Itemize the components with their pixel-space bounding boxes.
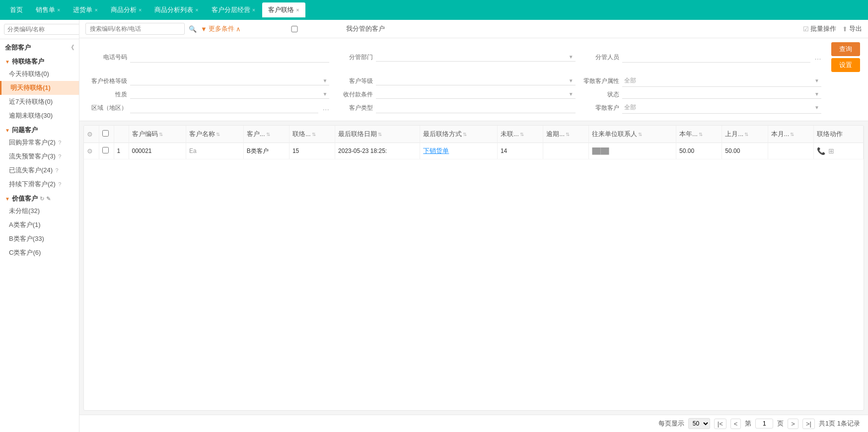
total-info: 共1页 1条记录	[819, 419, 860, 428]
filter-input-region[interactable]	[130, 103, 318, 113]
content-area: 🔍 ▼ 更多条件 ∧ 我分管的客户 ☑ 批量操作 ⬆ 导出	[79, 20, 868, 432]
per-page-label: 每页显示	[658, 419, 684, 428]
sidebar-search-area: 🔍	[0, 20, 79, 39]
sidebar-item-declining[interactable]: 持续下滑客户(2) ?	[0, 177, 79, 191]
row-action: 📞 ⊞	[813, 143, 863, 159]
th-code[interactable]: 客户编码⇅	[129, 126, 186, 143]
my-customers-checkbox-label[interactable]: 我分管的客户	[245, 24, 385, 33]
triangle-icon: ▼	[5, 196, 10, 202]
th-last-month[interactable]: 上月...⇅	[722, 126, 768, 143]
close-icon[interactable]: ×	[252, 7, 255, 13]
sidebar-item-churn-warning[interactable]: 流失预警客户(3) ?	[0, 149, 79, 163]
sidebar-item-7days[interactable]: 近7天待联络(0)	[0, 95, 79, 109]
filter-select-dept[interactable]: ▼	[376, 53, 575, 62]
sidebar-item-c-class[interactable]: C类客户(6)	[0, 246, 79, 260]
first-page-button[interactable]: |<	[714, 419, 726, 429]
nav-purchase[interactable]: 进货单 ×	[67, 2, 103, 17]
sort-icon: ⇅	[159, 132, 163, 137]
row-settings[interactable]: ⚙	[84, 143, 99, 159]
close-icon[interactable]: ×	[195, 7, 198, 13]
sidebar-group-problem[interactable]: ▼ 问题客户	[0, 123, 79, 136]
batch-action-button[interactable]: ☑ 批量操作	[803, 24, 836, 33]
row-select-checkbox[interactable]	[102, 147, 109, 153]
th-name[interactable]: 客户名称⇅	[186, 126, 244, 143]
last-contact-method-link[interactable]: 下销货单	[423, 147, 449, 154]
sidebar-item-tomorrow[interactable]: 明天待联络(1)	[0, 81, 79, 95]
filter-input-person[interactable]	[622, 52, 810, 63]
page-input[interactable]	[755, 419, 773, 429]
filter-panel: 电话号码 分管部门 ▼ 分管人员 … 查询 设置	[79, 38, 868, 121]
filter-input-customer-type[interactable]	[376, 103, 575, 113]
page-label: 第	[745, 419, 751, 428]
sidebar-item-abnormal[interactable]: 回购异常客户(2) ?	[0, 136, 79, 149]
sidebar-group-value[interactable]: ▼ 价值客户 ↻ ✎	[0, 191, 79, 204]
action-icon-phone[interactable]: 📞	[817, 147, 825, 155]
query-button[interactable]: 查询	[831, 42, 860, 56]
sidebar-search-input[interactable]	[4, 24, 79, 35]
my-customers-checkbox[interactable]	[245, 26, 344, 32]
sidebar-item-today[interactable]: 今天待联络(0)	[0, 67, 79, 81]
filter-select-status[interactable]: ▼	[622, 90, 821, 99]
th-last-contact-method[interactable]: 最后联络方式⇅	[420, 126, 498, 143]
filter-select-price-level[interactable]: ▼	[130, 76, 329, 85]
nav-home[interactable]: 首页	[4, 2, 29, 17]
sidebar-item-a-class[interactable]: A类客户(1)	[0, 218, 79, 232]
close-icon[interactable]: ×	[139, 7, 142, 13]
nav-customer-layering[interactable]: 客户分层经营 ×	[206, 2, 261, 17]
chevron-down-icon: ▼	[814, 105, 819, 110]
th-checkbox[interactable]	[99, 126, 114, 143]
th-contact[interactable]: 联络...⇅	[289, 126, 335, 143]
sidebar-item-ungroup[interactable]: 未分组(32)	[0, 204, 79, 218]
last-page-button[interactable]: >|	[802, 419, 815, 429]
action-icons: 📞 ⊞	[817, 147, 860, 155]
export-button[interactable]: ⬆ 导出	[842, 24, 862, 33]
sidebar-item-overdue[interactable]: 逾期未联络(30)	[0, 109, 79, 123]
th-this-month[interactable]: 本月...⇅	[768, 126, 813, 143]
th-uncontacted[interactable]: 未联...⇅	[497, 126, 543, 143]
settings-icon[interactable]: ⚙	[87, 131, 93, 138]
filter-select-retail-attr[interactable]: 全部 ▼	[622, 75, 821, 87]
filter-select-customer-level[interactable]: ▼	[376, 76, 575, 85]
th-contact-person[interactable]: 往来单位联系人⇅	[589, 126, 676, 143]
setting-button[interactable]: 设置	[831, 58, 860, 72]
per-page-select[interactable]: 50	[688, 418, 710, 429]
th-this-year[interactable]: 本年...⇅	[676, 126, 722, 143]
sort-icon: ⇅	[266, 132, 270, 137]
prev-page-button[interactable]: <	[730, 419, 741, 429]
chevron-down-icon: ▼	[814, 91, 819, 97]
select-all-checkbox[interactable]	[102, 130, 109, 137]
triangle-icon: ▼	[5, 128, 10, 133]
filter-select-nature[interactable]: ▼	[130, 90, 329, 99]
sidebar-group-pending[interactable]: ▼ 待联络客户	[0, 54, 79, 67]
row-checkbox[interactable]	[99, 143, 114, 159]
nav-product-analysis-list[interactable]: 商品分析列表 ×	[148, 2, 204, 17]
close-icon[interactable]: ×	[94, 7, 97, 13]
filter-select-payment[interactable]: ▼	[376, 90, 575, 99]
filter-retail: 零散客户 全部 ▼	[579, 102, 821, 114]
th-last-contact-date[interactable]: 最后联络日期⇅	[335, 126, 420, 143]
nav-product-analysis[interactable]: 商品分析 ×	[105, 2, 147, 17]
sidebar-item-b-class[interactable]: B类客户(33)	[0, 232, 79, 246]
row-last-contact-method[interactable]: 下销货单	[420, 143, 498, 159]
filter-input-phone[interactable]	[130, 52, 329, 63]
search-input[interactable]	[85, 23, 185, 35]
th-type[interactable]: 客户...⇅	[243, 126, 289, 143]
search-icon[interactable]: 🔍	[189, 25, 197, 33]
close-icon[interactable]: ×	[296, 7, 299, 13]
sidebar-all-customers[interactable]: 全部客户 《	[0, 39, 79, 54]
nav-sales[interactable]: 销售单 ×	[30, 2, 66, 17]
th-overdue[interactable]: 逾期...⇅	[543, 126, 589, 143]
action-icon-grid[interactable]: ⊞	[828, 147, 834, 155]
filter-select-retail[interactable]: 全部 ▼	[622, 102, 821, 114]
more-filter-button[interactable]: ▼ 更多条件 ∧	[201, 24, 241, 33]
row-settings-icon[interactable]: ⚙	[87, 147, 93, 155]
th-settings[interactable]: ⚙	[84, 126, 99, 143]
filter-dots-person[interactable]: …	[814, 53, 821, 61]
sidebar-item-churned[interactable]: 已流失客户(24) ?	[0, 163, 79, 177]
filter-dots-region[interactable]: …	[322, 104, 329, 112]
nav-customer-contact[interactable]: 客户联络 ×	[262, 2, 305, 17]
next-page-button[interactable]: >	[788, 419, 798, 429]
filter-nature: 性质 ▼	[87, 90, 329, 99]
close-icon[interactable]: ×	[57, 7, 60, 13]
sort-icon: ⇅	[566, 132, 570, 137]
